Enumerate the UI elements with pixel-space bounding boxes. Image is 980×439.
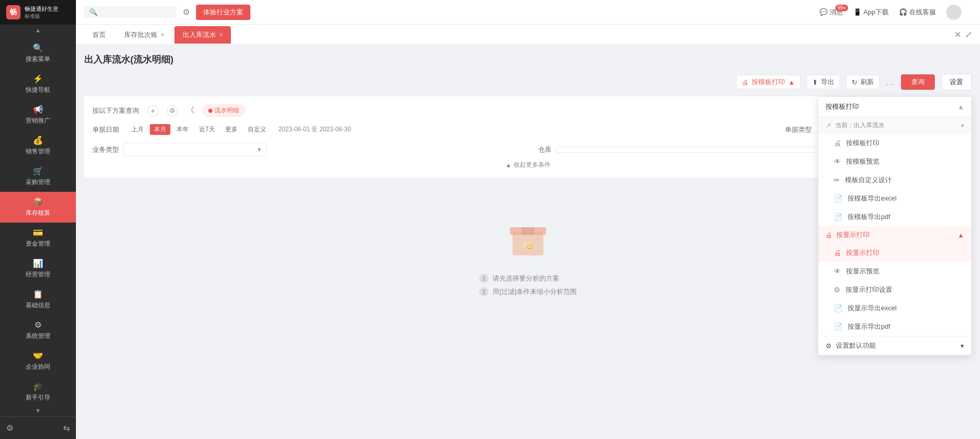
sidebar-item-label: 基础信息: [26, 301, 50, 310]
system-icon: ⚙: [34, 320, 42, 330]
query-button[interactable]: 查询: [901, 74, 935, 90]
tab-expand-icon[interactable]: ⤢: [965, 30, 972, 39]
sidebar-scroll-down[interactable]: ▼: [0, 405, 76, 416]
sidebar-item-purchase[interactable]: 🛒采购管理: [0, 161, 76, 192]
dropdown-section-item-display_export_excel[interactable]: 📄按显示导出excel: [818, 299, 971, 317]
sidebar-scroll-up[interactable]: ▲: [0, 25, 76, 36]
tab-home[interactable]: 首页: [84, 26, 114, 44]
sidebar-item-guide[interactable]: 🎓新手引导: [0, 376, 76, 405]
filter-tag[interactable]: 流水明细: [203, 105, 245, 116]
more-actions-icon[interactable]: …: [886, 77, 895, 88]
message-icon: 💬: [819, 8, 828, 16]
sidebar-item-finance[interactable]: 💳资金管理: [0, 223, 76, 253]
date-tab-上月[interactable]: 上月: [127, 124, 148, 135]
expand-icon[interactable]: ⇆: [63, 423, 70, 433]
sidebar-item-search[interactable]: 🔍搜索菜单: [0, 38, 76, 69]
message-badge: 99+: [835, 5, 848, 11]
dropdown-section-item-display_export_pdf[interactable]: 📄按显示导出pdf: [818, 317, 971, 336]
sidebar-item-operations[interactable]: 📊经营管理: [0, 253, 76, 284]
tab-close-batch_account[interactable]: ×: [161, 31, 164, 38]
sales-icon: 💰: [33, 135, 43, 145]
sidebar-item-enterprise[interactable]: 🤝企业协同: [0, 346, 76, 376]
dropdown-section-item-display_print_settings[interactable]: ⚙按显示打印设置: [818, 281, 971, 299]
online-service-action[interactable]: 🎧 在线客服: [899, 8, 936, 17]
tag-dot: [208, 109, 212, 113]
tab-close-flow[interactable]: ×: [219, 31, 223, 38]
date-tab-本年[interactable]: 本年: [172, 124, 193, 135]
export-button[interactable]: ⬆ 导出: [807, 75, 840, 89]
date-label: 单据日期: [92, 125, 119, 134]
sidebar-nav: 🔍搜索菜单⚡快捷导航📢营销推广💰销售管理🛒采购管理📦库存核算💳资金管理📊经营管理…: [0, 36, 76, 405]
sidebar-item-system[interactable]: ⚙系统管理: [0, 315, 76, 346]
current-expand-icon: ▾: [961, 122, 964, 129]
section-icon: 🖨: [826, 231, 832, 239]
template_customize-icon: ✏: [834, 176, 840, 184]
tab-close-all-icon[interactable]: ✕: [954, 30, 961, 39]
tab-batch_account[interactable]: 库存批次账×: [116, 26, 172, 44]
avatar[interactable]: [946, 5, 962, 20]
svg-rect-2: [522, 227, 534, 235]
dropdown-section-item-display_preview[interactable]: 👁按显示预览: [818, 262, 971, 281]
quick_nav-icon: ⚡: [33, 74, 43, 84]
date-range: 2023-06-01 至 2023-06-30: [279, 125, 351, 134]
section-arrow-icon: ▲: [957, 231, 964, 239]
sidebar-item-quick_nav[interactable]: ⚡快捷导航: [0, 69, 76, 99]
print-button[interactable]: 🖨 按模板打印 ▲: [736, 75, 800, 89]
sidebar-item-marketing[interactable]: 📢营销推广: [0, 99, 76, 130]
date-tabs: 上月本月本年近7天更多自定义: [127, 124, 270, 135]
date-tab-本月[interactable]: 本月: [150, 124, 170, 135]
svg-text:😊: 😊: [525, 243, 534, 251]
sidebar-item-inventory[interactable]: 📦库存核算: [0, 192, 76, 223]
sidebar-item-label: 采购管理: [26, 178, 50, 187]
sidebar-item-basic[interactable]: 📋基础信息: [0, 284, 76, 315]
dropdown-item-label: 按显示打印: [846, 248, 879, 257]
tab-flow[interactable]: 出入库流水×: [174, 26, 231, 44]
tab-label: 出入库流水: [183, 30, 216, 39]
sidebar-item-label: 销售管理: [26, 147, 50, 156]
current-arrow-icon: ↗: [826, 122, 831, 129]
collapse-up-icon: ▲: [505, 162, 512, 169]
sidebar-footer: ⚙ ⇆: [0, 416, 76, 439]
search-icon: 🔍: [33, 43, 43, 53]
filter-collapse-icon[interactable]: 《: [186, 105, 194, 116]
filter-label: 按以下方案查询: [92, 106, 139, 115]
sidebar: 畅 畅捷通好生意 标准版 ▲ 🔍搜索菜单⚡快捷导航📢营销推广💰销售管理🛒采购管理…: [0, 0, 76, 439]
refresh-button[interactable]: ↻ 刷新: [846, 75, 879, 89]
dropdown-section-header[interactable]: 🖨 按显示打印 ▲: [818, 226, 971, 244]
dropdown-item-label: 按模板导出excel: [848, 194, 896, 203]
dropdown-item-template_print[interactable]: 🖨按模板打印: [818, 134, 971, 152]
settings-icon[interactable]: ⚙: [6, 423, 13, 433]
trial-button[interactable]: 体验行业方案: [196, 5, 250, 20]
gear-icon[interactable]: ⚙: [183, 7, 190, 17]
dropdown-footer[interactable]: ⚙ 设置默认功能 ▾: [818, 336, 971, 355]
sidebar-item-sales[interactable]: 💰销售管理: [0, 130, 76, 161]
dropdown-section-item-display_print[interactable]: 🖨按显示打印: [818, 244, 971, 262]
dropdown-item-template_customize[interactable]: ✏模板自定义设计: [818, 171, 971, 189]
footer-arrow-icon: ▾: [961, 342, 964, 350]
settings-button[interactable]: 设置: [941, 74, 972, 90]
date-tab-自定义[interactable]: 自定义: [244, 124, 270, 135]
display_export_pdf-icon: 📄: [834, 323, 842, 331]
search-bar[interactable]: 🔍: [84, 6, 177, 18]
content-area: 出入库流水(流水明细) 🖨 按模板打印 ▲ ⬆ 导出 ↻ 刷新 … 查询 设置 …: [76, 45, 980, 439]
filter-add-button[interactable]: +: [147, 105, 159, 116]
dropdown-collapse-icon[interactable]: ▲: [957, 103, 964, 111]
basic-icon: 📋: [33, 289, 43, 299]
filter-settings-button[interactable]: ⚙: [167, 105, 178, 116]
message-action[interactable]: 💬 消息 99+: [819, 8, 843, 17]
dropdown-item-label: 按模板导出pdf: [848, 212, 890, 222]
app-download-action[interactable]: 📱 App下载: [853, 8, 889, 17]
business-type-label: 业务类型: [92, 145, 119, 154]
date-tab-更多[interactable]: 更多: [221, 124, 242, 135]
dropdown-item-label: 按模板预览: [846, 157, 879, 166]
top-action-area: 🖨 按模板打印 ▲ ⬆ 导出 ↻ 刷新 … 查询 设置: [84, 74, 972, 90]
business-type-select[interactable]: ▾: [123, 143, 267, 156]
dropdown-item-template_export_excel[interactable]: 📄按模板导出excel: [818, 189, 971, 208]
search-input[interactable]: [101, 9, 162, 16]
date-tab-近7天[interactable]: 近7天: [195, 124, 219, 135]
dropdown-item-template_preview[interactable]: 👁按模板预览: [818, 152, 971, 171]
dropdown-section-items: 🖨按显示打印👁按显示预览⚙按显示打印设置📄按显示导出excel📄按显示导出pdf: [818, 244, 971, 336]
tab-label: 库存批次账: [124, 30, 158, 39]
dropdown-item-label: 按显示导出excel: [848, 304, 896, 313]
dropdown-item-template_export_pdf[interactable]: 📄按模板导出pdf: [818, 208, 971, 226]
